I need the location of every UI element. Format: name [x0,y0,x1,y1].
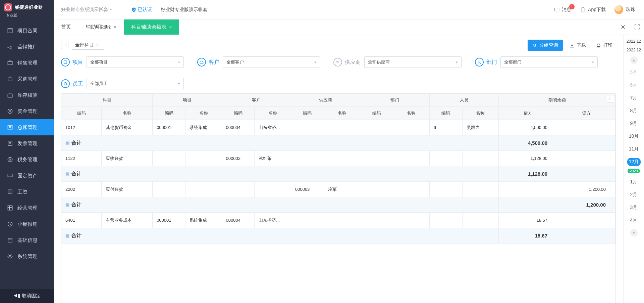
sidebar-item-tax[interactable]: 税务管理 [0,152,54,168]
sidebar-item-invoice[interactable]: 发票管理 [0,135,54,152]
period-month[interactable]: 1月 [627,178,641,186]
period-end[interactable]: 2022.12 [626,46,642,54]
tab-close-button[interactable]: ✕ [616,19,630,35]
period-month[interactable]: 9月 [627,120,641,128]
tabs: 首页辅助明细账×科目辅助余额表× ✕ ⛶ [54,19,644,35]
period-month[interactable]: 6月 [627,81,641,89]
period-year-badge: 2023 [628,169,640,173]
home-icon [197,58,206,67]
period-month[interactable]: 5月 [627,69,641,77]
supplier-select[interactable]: 全部供应商▾ [364,56,462,68]
sidebar-item-sys[interactable]: 系统管理 [0,248,54,264]
verified-badge: 已认证 [131,7,152,13]
sidebar-item-inventory[interactable]: 库存核算 [0,87,54,103]
period-month[interactable]: 12月 [627,158,641,166]
breadcrumb[interactable]: 全部科目 〉 [72,41,104,50]
col-subject: 科目 [61,94,153,107]
table-row: 1012其他货币资金000001系统集成000004山东省济...6吴群力4,5… [61,120,615,135]
chevron-down-icon: ▾ [314,60,316,64]
sidebar-item-xbx[interactable]: 小畅报销 [0,216,54,232]
xbx-icon [7,221,13,227]
sidebar-item-salary[interactable]: 工资 [0,184,54,200]
svg-rect-2 [8,78,12,81]
app-download-button[interactable]: App下载 [579,5,607,14]
sidebar-item-label: 项目合同 [17,28,38,34]
sidebar-item-label: 税务管理 [17,157,38,163]
subtotal-icon: ▣ [65,140,69,145]
sidebar-item-label: 采购管理 [17,76,38,82]
period-up[interactable]: ▲ [630,56,638,64]
purchase-icon [7,76,13,82]
projects-icon [7,27,13,34]
search-icon [532,43,537,48]
svg-rect-7 [8,174,12,177]
project-select[interactable]: 全部项目▾ [87,56,184,68]
person-icon [61,79,70,88]
chevron-down-icon: ▾ [592,60,594,64]
group-query-button[interactable]: 分组查询 [528,40,563,51]
sidebar-item-funds[interactable]: 资金管理 [0,103,54,119]
sidebar-item-purchase[interactable]: 采购管理 [0,71,54,87]
nav: 项目合同营销推广销售管理采购管理库存核算资金管理总账管理发票管理税务管理固定资产… [0,20,54,289]
brand: 畅捷通好业财 [0,0,54,13]
sidebar-item-label: 营销推广 [17,44,38,50]
inventory-icon [7,92,13,98]
dept-select[interactable]: 全部部门▾ [500,56,598,68]
filter-person: 员工 全部员工▾ [61,78,184,89]
period-down[interactable]: ▼ [630,229,638,236]
sidebar-item-projects[interactable]: 项目合同 [0,23,54,39]
tab-aux[interactable]: 辅助明细账× [78,19,124,35]
sidebar-item-label: 销售管理 [17,60,38,66]
marketing-icon [7,43,13,50]
period-month[interactable]: 7月 [627,94,641,102]
period-month[interactable]: 2月 [627,191,641,199]
assets-icon [7,172,13,179]
period-start[interactable]: 2022.12 [626,37,642,46]
shield-icon [131,7,137,12]
svg-point-21 [337,61,338,62]
tab-label: 辅助明细账 [86,24,111,30]
chat-icon [554,7,560,13]
customer-select[interactable]: 全部客户▾ [223,56,320,68]
col-opening: 期初余额 [499,94,615,107]
invoice-icon [7,140,13,147]
sidebar-item-gl[interactable]: 总账管理 [0,119,54,135]
tab-home[interactable]: 首页 [54,19,78,35]
user-menu[interactable]: 珠珠 [613,4,637,15]
period-month[interactable]: 4月 [627,216,641,224]
sidebar-item-label: 小畅报销 [17,221,38,227]
sidebar-item-ops[interactable]: 经营管理 [0,200,54,216]
header: 好业财专业版演示帐套 ▾ 已认证 好业财专业版演示帐套 消息 1 App下载 珠… [54,0,644,19]
download-button[interactable]: 下载 [566,40,589,51]
svg-rect-1 [8,61,12,65]
salary-icon [7,188,13,195]
filter-customer: 客户 全部客户▾ [197,56,320,68]
fullscreen-button[interactable]: ⛶ [630,19,644,35]
svg-rect-11 [8,238,12,242]
toolbar: 〈 全部科目 〉 分组查询 下载 [61,40,616,51]
print-button[interactable]: 打印 [593,40,616,51]
col-customer: 客户 [222,94,291,107]
messages-button[interactable]: 消息 1 [552,5,573,14]
account-selector[interactable]: 好业财专业版演示帐套 ▾ [61,7,112,13]
person-select[interactable]: 全部员工▾ [87,78,184,89]
brand-edition: 专业版 [0,13,54,20]
period-month[interactable]: 11月 [627,145,641,153]
sidebar-item-base[interactable]: 基础信息 [0,232,54,248]
unpin-button[interactable]: ◀▮ 取消固定 [0,289,54,303]
chevron-down-icon: ▾ [110,8,112,11]
sidebar-item-sales[interactable]: 销售管理 [0,55,54,71]
breadcrumb-back[interactable]: 〈 [61,42,68,49]
table-scroll-right[interactable]: 〉 [607,95,614,102]
period-month[interactable]: 8月 [627,107,641,115]
svg-rect-20 [64,61,67,63]
period-month[interactable]: 3月 [627,204,641,212]
subtotal-row: ▣合计1,128.00 [61,166,615,182]
tab-close-icon[interactable]: × [114,25,116,30]
filter-project: 项目 全部项目▾ [61,56,184,68]
tab-bal[interactable]: 科目辅助余额表× [124,19,179,35]
tab-close-icon[interactable]: × [169,25,172,30]
sidebar-item-marketing[interactable]: 营销推广 [0,39,54,55]
period-month[interactable]: 10月 [627,132,641,140]
sidebar-item-assets[interactable]: 固定资产 [0,168,54,184]
